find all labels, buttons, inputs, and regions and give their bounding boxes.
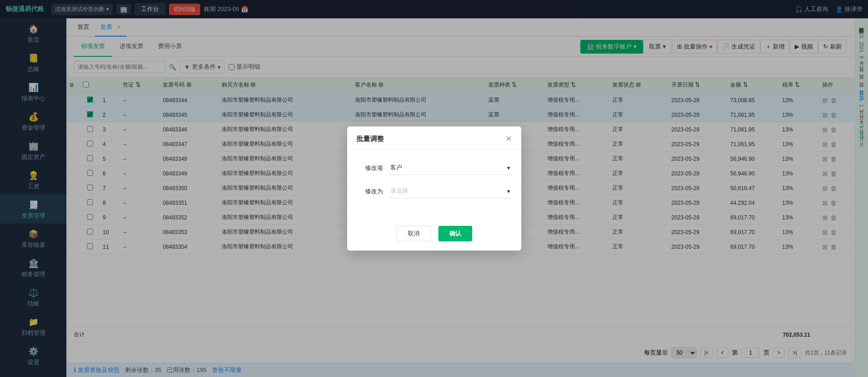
chevron-down-icon-field: ▾ bbox=[507, 164, 510, 171]
modal-close-btn[interactable]: ✕ bbox=[505, 134, 512, 144]
field-select[interactable]: 客户 ▾ bbox=[388, 161, 512, 175]
field-label: 修改项 bbox=[356, 164, 388, 172]
chevron-down-icon-value: ▾ bbox=[507, 188, 510, 195]
value-select[interactable]: 请选择 ▾ bbox=[388, 184, 512, 198]
modal-body: 修改项 客户 ▾ 修改为 请选择 ▾ bbox=[347, 150, 521, 219]
cancel-button[interactable]: 取消 bbox=[396, 226, 431, 241]
modal-header: 批量调整 ✕ bbox=[347, 126, 521, 150]
value-select-placeholder: 请选择 bbox=[390, 187, 408, 195]
confirm-button[interactable]: 确认 bbox=[438, 226, 472, 241]
modal-footer: 取消 确认 bbox=[347, 219, 521, 251]
modal-title: 批量调整 bbox=[356, 135, 384, 143]
field-select-value: 客户 bbox=[390, 164, 402, 172]
value-label: 修改为 bbox=[356, 187, 388, 196]
batch-adjust-modal: 批量调整 ✕ 修改项 客户 ▾ 修改为 请选择 ▾ 取消 确认 bbox=[347, 126, 521, 251]
form-row-value: 修改为 请选择 ▾ bbox=[356, 184, 512, 198]
form-row-field: 修改项 客户 ▾ bbox=[356, 161, 512, 175]
modal-overlay[interactable]: 批量调整 ✕ 修改项 客户 ▾ 修改为 请选择 ▾ 取消 确认 bbox=[0, 0, 868, 377]
